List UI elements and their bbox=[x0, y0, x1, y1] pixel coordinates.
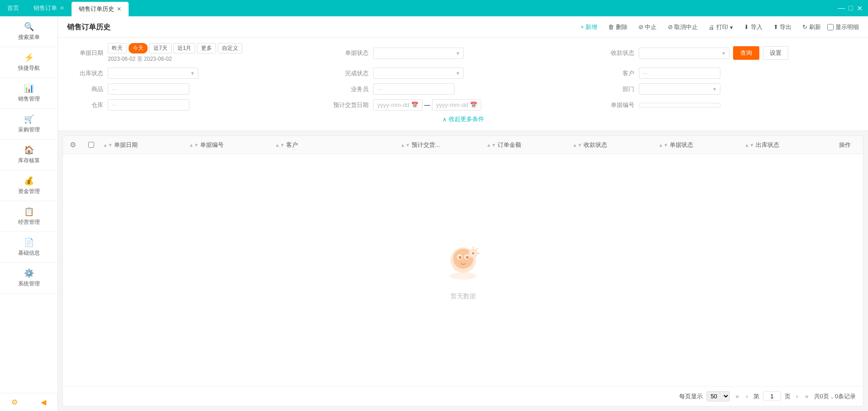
select-all-checkbox-container[interactable] bbox=[83, 142, 99, 148]
cancel-stop-button[interactable]: ⊘ 取消中止 bbox=[663, 21, 703, 34]
customer-input[interactable]: ··· bbox=[639, 68, 720, 79]
sidebar-item-purchase-mgmt[interactable]: 🛒 采购管理 bbox=[0, 109, 58, 140]
tab-sales-order-history[interactable]: 销售订单历史 ✕ bbox=[72, 2, 129, 16]
sidebar-bottom: ⚙ ◀ bbox=[0, 393, 58, 411]
filter-complete-status: 完成状态 ▾ bbox=[332, 68, 593, 79]
th-date[interactable]: ▲▼ 单据日期 bbox=[99, 141, 185, 149]
date-today-btn[interactable]: 今天 bbox=[129, 43, 148, 53]
delivery-date-start-value: yyyy-mm-dd bbox=[377, 102, 409, 108]
calendar-start-icon: 📅 bbox=[411, 102, 418, 108]
sidebar-item-search-menu[interactable]: 🔍 搜索菜单 bbox=[0, 16, 58, 47]
customer-dots: ··· bbox=[643, 70, 648, 77]
tab-home[interactable]: 首页 bbox=[0, 0, 26, 16]
delete-button[interactable]: 🗑 删除 bbox=[604, 21, 632, 34]
sidebar-item-ops-mgmt[interactable]: 📋 经营管理 bbox=[0, 201, 58, 232]
out-sort-icon: ▲▼ bbox=[744, 142, 754, 148]
department-arrow-icon: ▾ bbox=[713, 86, 716, 92]
refresh-button[interactable]: ↻ 刷新 bbox=[798, 21, 825, 34]
sidebar-item-finance-mgmt[interactable]: 💰 资金管理 bbox=[0, 170, 58, 201]
sidebar-collapse-icon[interactable]: ◀ bbox=[41, 398, 46, 406]
date-separator: — bbox=[424, 102, 430, 108]
th-delivery-label: 预计交货... bbox=[412, 141, 440, 149]
th-actions: 操作 bbox=[827, 141, 863, 149]
select-all-checkbox[interactable] bbox=[88, 142, 94, 148]
date-custom-btn[interactable]: 自定义 bbox=[218, 43, 242, 53]
prev-page-btn[interactable]: ‹ bbox=[744, 392, 750, 401]
complete-status-select[interactable]: ▾ bbox=[373, 68, 464, 79]
sidebar-settings-icon[interactable]: ⚙ bbox=[11, 398, 18, 406]
filter-bill-no: 单据编号 bbox=[598, 99, 859, 111]
payment-status-select[interactable]: ▾ bbox=[639, 48, 729, 59]
th-out-status[interactable]: ▲▼ 出库状态 bbox=[741, 141, 827, 149]
stop-button[interactable]: ⊘ 中止 bbox=[634, 21, 662, 34]
toolbar-actions: + 新增 🗑 删除 ⊘ 中止 ⊘ 取消中止 🖨 打印 ▾ ⬇ 导入 ⬆ 导出 ↻… bbox=[576, 21, 859, 34]
product-input[interactable]: ··· bbox=[108, 83, 189, 95]
delivery-date-start[interactable]: yyyy-mm-dd 📅 bbox=[373, 99, 422, 111]
title-toolbar-row: 销售订单历史 + 新增 🗑 删除 ⊘ 中止 ⊘ 取消中止 🖨 打印 ▾ ⬇ 导入… bbox=[58, 16, 868, 38]
top-bar: 首页 销售订单 ✕ 销售订单历史 ✕ — □ ✕ bbox=[0, 0, 868, 16]
th-payment-status[interactable]: ▲▼ 收款状态 bbox=[569, 141, 655, 149]
bill-status-select[interactable]: ▾ bbox=[373, 48, 464, 59]
export-button[interactable]: ⬆ 导出 bbox=[769, 21, 796, 34]
date-more-btn[interactable]: 更多 bbox=[197, 43, 216, 53]
last-page-btn[interactable]: » bbox=[803, 392, 810, 401]
date-7days-btn[interactable]: 近7天 bbox=[149, 43, 172, 53]
sidebar-item-finance-mgmt-label: 资金管理 bbox=[18, 188, 40, 195]
filter-product: 商品 ··· bbox=[67, 83, 328, 95]
ops-mgmt-icon: 📋 bbox=[24, 207, 34, 217]
out-status-select[interactable]: ▾ bbox=[108, 68, 198, 79]
next-page-btn[interactable]: › bbox=[794, 392, 800, 401]
show-detail-checkbox[interactable] bbox=[827, 24, 834, 30]
page-number-input[interactable] bbox=[763, 392, 781, 401]
svg-point-5 bbox=[459, 256, 461, 259]
new-button[interactable]: + 新增 bbox=[576, 21, 602, 34]
collapse-up-icon: ∧ bbox=[442, 116, 447, 123]
sidebar-item-stock-mgmt[interactable]: 🏠 库存核算 bbox=[0, 140, 58, 170]
collapse-button[interactable]: ∧ 收起更多条件 bbox=[67, 113, 859, 125]
quick-nav-icon: ⚡ bbox=[24, 53, 34, 63]
date-yesterday-btn[interactable]: 昨天 bbox=[108, 43, 127, 53]
go-to-suffix: 页 bbox=[785, 392, 791, 401]
sys-mgmt-icon: ⚙️ bbox=[24, 268, 34, 278]
th-date-label: 单据日期 bbox=[114, 141, 138, 149]
th-amount[interactable]: ▲▼ 订单金额 bbox=[483, 141, 569, 149]
first-page-btn[interactable]: « bbox=[734, 392, 740, 401]
bill-sort-icon: ▲▼ bbox=[658, 142, 668, 148]
out-status-label: 出库状态 bbox=[67, 69, 108, 77]
tab-sales-order-history-close[interactable]: ✕ bbox=[117, 6, 121, 12]
sidebar-item-ops-mgmt-label: 经营管理 bbox=[18, 218, 40, 226]
th-bill-no[interactable]: ▲▼ 单据编号 bbox=[185, 141, 271, 149]
tab-sales-order[interactable]: 销售订单 ✕ bbox=[26, 0, 72, 16]
delivery-date-end[interactable]: yyyy-mm-dd 📅 bbox=[432, 99, 481, 111]
bill-no-sort-icon: ▲▼ bbox=[189, 142, 199, 148]
query-button[interactable]: 查询 bbox=[733, 46, 759, 60]
th-delivery[interactable]: ▲▼ 预计交货... bbox=[397, 141, 483, 149]
sidebar-item-sales-mgmt[interactable]: 📊 销售管理 bbox=[0, 78, 58, 109]
column-settings-icon[interactable]: ⚙ bbox=[63, 140, 83, 149]
tab-sales-order-close[interactable]: ✕ bbox=[60, 5, 64, 11]
department-select[interactable]: ▾ bbox=[639, 83, 720, 95]
th-bill-status[interactable]: ▲▼ 单据状态 bbox=[655, 141, 741, 149]
page-size-select[interactable]: 50 10 20 100 bbox=[706, 391, 730, 401]
salesperson-input[interactable]: ··· bbox=[373, 83, 455, 95]
minimize-icon[interactable]: — bbox=[838, 4, 845, 12]
import-button[interactable]: ⬇ 导入 bbox=[739, 21, 767, 34]
close-icon[interactable]: ✕ bbox=[857, 4, 863, 13]
sidebar-item-sys-mgmt[interactable]: ⚙️ 系统管理 bbox=[0, 263, 58, 294]
th-customer[interactable]: ▲▼ 客户 bbox=[271, 141, 397, 149]
bill-no-input[interactable] bbox=[639, 103, 720, 107]
warehouse-label: 仓库 bbox=[67, 101, 108, 109]
sidebar-item-sys-mgmt-label: 系统管理 bbox=[18, 280, 40, 288]
sidebar-item-basic-info[interactable]: 📄 基础信息 bbox=[0, 232, 58, 263]
warehouse-input[interactable]: ··· bbox=[108, 99, 189, 111]
print-button[interactable]: 🖨 打印 ▾ bbox=[704, 21, 738, 34]
maximize-icon[interactable]: □ bbox=[849, 4, 853, 12]
print-icon: 🖨 bbox=[709, 24, 715, 31]
sidebar-item-quick-nav[interactable]: ⚡ 快捷导航 bbox=[0, 47, 58, 78]
complete-status-arrow-icon: ▾ bbox=[456, 70, 460, 77]
setting-button[interactable]: 设置 bbox=[763, 46, 788, 60]
svg-point-6 bbox=[466, 256, 469, 259]
bill-status-arrow-icon: ▾ bbox=[456, 50, 460, 57]
filter-department: 部门 ▾ bbox=[598, 83, 859, 95]
date-1month-btn[interactable]: 近1月 bbox=[173, 43, 196, 53]
